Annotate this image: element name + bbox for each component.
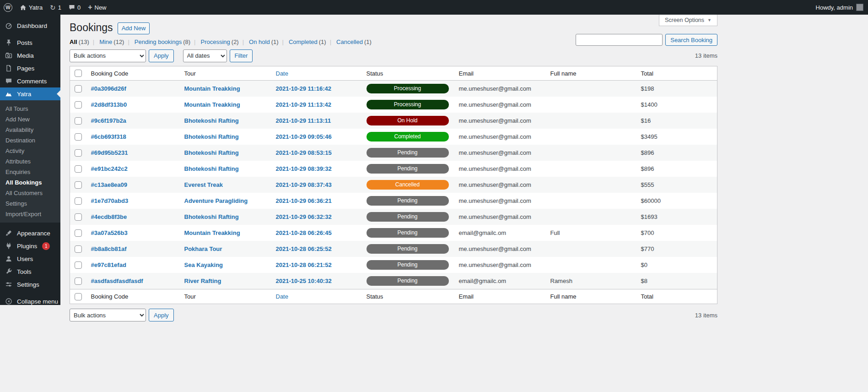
filter-button[interactable]: Filter — [230, 49, 253, 62]
row-checkbox[interactable] — [75, 213, 82, 221]
view-filter-link[interactable]: Processing (2) — [190, 38, 239, 45]
view-filter-link[interactable]: All (13) — [70, 38, 89, 45]
new-content-menu[interactable]: + New — [84, 0, 110, 15]
yatra-submenu-item[interactable]: Destination — [0, 135, 60, 146]
wp-logo-menu[interactable]: W — [0, 0, 16, 15]
row-checkbox[interactable] — [75, 149, 82, 157]
booking-code-link[interactable]: #3a07a526b3 — [91, 229, 128, 236]
row-checkbox[interactable] — [75, 165, 82, 173]
booking-date-link[interactable]: 2021-10-29 11:13:11 — [276, 117, 331, 124]
booking-date-link[interactable]: 2021-10-29 11:13:42 — [276, 101, 331, 108]
yatra-submenu-item[interactable]: Attributes — [0, 156, 60, 167]
screen-options-button[interactable]: Screen Options ▼ — [659, 15, 717, 26]
sidebar-item-pages[interactable]: Pages — [0, 62, 60, 75]
sidebar-item-users[interactable]: Users — [0, 252, 60, 265]
row-checkbox[interactable] — [75, 133, 82, 141]
booking-date-link[interactable]: 2021-10-29 11:16:42 — [276, 85, 331, 92]
tour-link[interactable]: Everest Treak — [184, 181, 223, 188]
sidebar-item-posts[interactable]: Posts — [0, 36, 60, 49]
booking-code-link[interactable]: #4ecdb8f3be — [91, 213, 127, 220]
account-menu[interactable]: Howdy, admin — [811, 0, 868, 15]
tour-link[interactable]: Bhotekoshi Rafting — [184, 165, 239, 172]
sort-by-date-link[interactable]: Date — [276, 70, 288, 77]
row-checkbox[interactable] — [75, 85, 82, 93]
tour-link[interactable]: Pokhara Tour — [184, 245, 222, 252]
bulk-actions-select-bottom[interactable]: Bulk actions — [70, 309, 146, 321]
yatra-submenu-item[interactable]: All Tours — [0, 103, 60, 114]
view-filter-link[interactable]: On hold (1) — [239, 38, 279, 45]
row-checkbox[interactable] — [75, 101, 82, 109]
booking-code-link[interactable]: #9c6f197b2a — [91, 117, 126, 124]
booking-code-link[interactable]: #1e7d70abd3 — [91, 197, 129, 204]
tour-link[interactable]: Mountain Treakking — [184, 229, 240, 236]
booking-date-link[interactable]: 2021-10-29 08:39:32 — [276, 165, 332, 172]
sidebar-item-settings[interactable]: Settings — [0, 278, 60, 291]
collapse-menu-button[interactable]: Collapse menu — [0, 295, 60, 308]
booking-date-link[interactable]: 2021-10-29 06:32:32 — [276, 213, 332, 220]
row-checkbox[interactable] — [75, 117, 82, 125]
comments-menu[interactable]: 0 — [65, 0, 84, 15]
bulk-actions-select[interactable]: Bulk actions — [70, 49, 146, 62]
booking-date-link[interactable]: 2021-10-28 06:21:52 — [276, 261, 332, 268]
booking-code-link[interactable]: #e91bc242c2 — [91, 165, 128, 172]
add-new-button[interactable]: Add New — [118, 22, 150, 34]
tour-link[interactable]: Bhotekoshi Rafting — [184, 213, 239, 220]
booking-code-link[interactable]: #69d95b5231 — [91, 149, 128, 156]
sidebar-item-appearance[interactable]: Appearance — [0, 227, 60, 240]
yatra-submenu-item[interactable]: Availability — [0, 125, 60, 135]
booking-code-link[interactable]: #asdfasdfasdfasdf — [91, 278, 143, 284]
sidebar-item-tools[interactable]: Tools — [0, 265, 60, 278]
select-all-checkbox[interactable] — [75, 70, 82, 77]
booking-date-link[interactable]: 2021-10-29 08:37:43 — [276, 181, 332, 188]
booking-date-link[interactable]: 2021-10-29 08:53:15 — [276, 149, 332, 156]
sort-by-date-link-bottom[interactable]: Date — [276, 293, 288, 300]
sidebar-item-yatra[interactable]: Yatra — [0, 87, 60, 100]
tour-link[interactable]: Mountain Treakking — [184, 101, 240, 108]
apply-button[interactable]: Apply — [149, 49, 174, 62]
booking-date-link[interactable]: 2021-10-28 06:26:45 — [276, 229, 332, 236]
tour-link[interactable]: Bhotekoshi Rafting — [184, 133, 239, 140]
booking-code-link[interactable]: #0a3096d26f — [91, 85, 126, 92]
sidebar-item-plugins[interactable]: Plugins 1 — [0, 240, 60, 252]
booking-code-link[interactable]: #e97c81efad — [91, 261, 126, 268]
sidebar-item-media[interactable]: Media — [0, 49, 60, 62]
view-filter-link[interactable]: Pending bookings (8) — [124, 38, 190, 45]
row-checkbox[interactable] — [75, 278, 82, 285]
view-filter-link[interactable]: Mine (12) — [89, 38, 124, 45]
booking-code-link[interactable]: #2d8df313b0 — [91, 101, 127, 108]
yatra-submenu-item[interactable]: Activity — [0, 146, 60, 156]
booking-date-link[interactable]: 2021-10-28 06:25:52 — [276, 245, 332, 252]
view-filter-link[interactable]: Cancelled (1) — [326, 38, 372, 45]
tour-link[interactable]: Sea Kayaking — [184, 261, 223, 268]
booking-date-link[interactable]: 2021-10-29 09:05:46 — [276, 133, 332, 140]
row-checkbox[interactable] — [75, 261, 82, 269]
updates-menu[interactable]: ↻ 1 — [46, 0, 65, 15]
view-filter-link[interactable]: Completed (1) — [279, 38, 326, 45]
sidebar-item-dashboard[interactable]: Dashboard — [0, 19, 60, 32]
yatra-submenu-item[interactable]: Enquiries — [0, 167, 60, 177]
sidebar-item-comments[interactable]: Comments — [0, 75, 60, 87]
row-checkbox[interactable] — [75, 181, 82, 189]
apply-button-bottom[interactable]: Apply — [149, 309, 174, 321]
booking-date-link[interactable]: 2021-10-25 10:40:32 — [276, 278, 332, 284]
row-checkbox[interactable] — [75, 197, 82, 205]
row-checkbox[interactable] — [75, 229, 82, 237]
yatra-submenu-item[interactable]: Settings — [0, 198, 60, 209]
row-checkbox[interactable] — [75, 245, 82, 253]
yatra-submenu-item[interactable]: Add New — [0, 114, 60, 125]
booking-code-link[interactable]: #6cb693f318 — [91, 133, 126, 140]
tour-link[interactable]: Bhotekoshi Rafting — [184, 117, 239, 124]
tour-link[interactable]: Mountain Treakking — [184, 85, 240, 92]
booking-code-link[interactable]: #b8a8cb81af — [91, 245, 127, 252]
booking-code-link[interactable]: #c13ae8ea09 — [91, 181, 128, 188]
date-filter-select[interactable]: All dates — [183, 49, 227, 62]
tour-link[interactable]: Adventure Paragliding — [184, 197, 248, 204]
tour-link[interactable]: Bhotekoshi Rafting — [184, 149, 239, 156]
site-menu[interactable]: Yatra — [16, 0, 46, 15]
tour-link[interactable]: River Rafting — [184, 278, 221, 284]
yatra-submenu-item[interactable]: All Bookings — [0, 177, 60, 188]
yatra-submenu-item[interactable]: All Customers — [0, 188, 60, 198]
select-all-checkbox-bottom[interactable] — [75, 293, 82, 300]
booking-date-link[interactable]: 2021-10-29 06:36:21 — [276, 197, 332, 204]
yatra-submenu-item[interactable]: Import/Export — [0, 209, 60, 219]
